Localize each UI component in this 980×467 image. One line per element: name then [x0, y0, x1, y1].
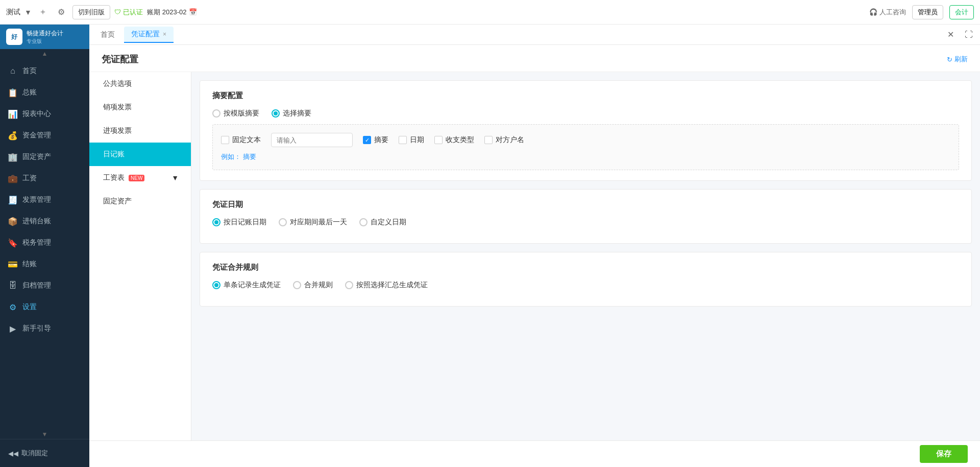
radio-merge-rule[interactable]: 合并规则 — [293, 281, 333, 290]
checkbox-cashflow-box — [434, 136, 443, 144]
checkbox-date[interactable]: 日期 — [399, 135, 424, 145]
radio-single[interactable]: 单条记录生成凭证 — [212, 281, 281, 290]
checkbox-cashflow[interactable]: 收支类型 — [434, 135, 474, 145]
sidebar-item-home[interactable]: ⌂ 首页 — [0, 60, 89, 82]
refresh-button[interactable]: ↻ 刷新 — [947, 55, 968, 64]
left-nav-purchase-invoice[interactable]: 进项发票 — [89, 119, 191, 143]
checkbox-date-label: 日期 — [410, 135, 424, 145]
radio-select-circle — [272, 109, 280, 118]
logo-icon: 好 — [6, 29, 22, 45]
sidebar-item-home-label: 首页 — [22, 66, 37, 76]
refresh-label: 刷新 — [954, 55, 968, 64]
new-badge: NEW — [129, 175, 144, 181]
sidebar-item-assets[interactable]: 🏢 固定资产 — [0, 146, 89, 168]
sidebar-item-tax[interactable]: 🔖 税务管理 — [0, 232, 89, 253]
user-button[interactable]: 管理员 — [912, 5, 943, 19]
radio-summary-gen[interactable]: 按照选择汇总生成凭证 — [345, 281, 428, 290]
dropdown-icon[interactable]: ▼ — [24, 8, 32, 16]
summary-section-title: 摘要配置 — [212, 91, 959, 101]
sidebar-item-funds[interactable]: 💰 资金管理 — [0, 125, 89, 146]
radio-summary-gen-circle — [345, 281, 353, 289]
radio-select-label: 选择摘要 — [283, 109, 311, 118]
checkbox-summary[interactable]: ✓ 摘要 — [363, 135, 388, 145]
sidebar-item-invoice-label: 发票管理 — [22, 195, 51, 204]
sidebar-item-assets-label: 固定资产 — [22, 152, 51, 161]
radio-journal-date[interactable]: 按日记账日期 — [212, 218, 266, 227]
sidebar-item-archive[interactable]: 🗄 归档管理 — [0, 275, 89, 296]
sidebar-item-report[interactable]: 📊 报表中心 — [0, 103, 89, 125]
sidebar-nav: ⌂ 首页 📋 总账 📊 报表中心 💰 资金管理 🏢 固定资产 — [0, 58, 89, 430]
radio-merge-rule-circle — [293, 281, 301, 289]
radio-journal-date-circle — [212, 218, 220, 226]
left-nav-public-label: 公共选项 — [103, 79, 132, 87]
guide-icon: ▶ — [8, 324, 17, 333]
merge-radio-group: 单条记录生成凭证 合并规则 按照选择汇总生成凭证 — [212, 281, 959, 290]
switch-old-version-button[interactable]: 切到旧版 — [72, 5, 110, 19]
sidebar-item-invoice[interactable]: 🧾 发票管理 — [0, 189, 89, 211]
tab-close-icon[interactable]: × — [163, 31, 166, 38]
radio-template[interactable]: 按模版摘要 — [212, 109, 259, 118]
consult-label: 人工咨询 — [879, 8, 906, 17]
left-nav-public[interactable]: 公共选项 — [89, 72, 191, 96]
sidebar-scroll-up[interactable]: ▲ — [0, 49, 89, 58]
home-icon: ⌂ — [8, 66, 17, 76]
checkbox-counterpart-label: 对方户名 — [496, 135, 524, 145]
certified-text: 已认证 — [123, 8, 143, 17]
sidebar-item-ledger[interactable]: 📋 总账 — [0, 82, 89, 103]
tab-expand-button[interactable]: ⛶ — [962, 28, 976, 42]
accountant-button[interactable]: 会计 — [949, 5, 974, 19]
radio-template-circle — [212, 109, 220, 118]
sidebar-item-salary[interactable]: 💼 工资 — [0, 168, 89, 189]
checkbox-fixed-text[interactable]: 固定文本 — [221, 135, 261, 145]
consult-button[interactable]: 🎧 人工咨询 — [869, 8, 906, 17]
left-nav-journal[interactable]: 日记账 — [89, 143, 191, 166]
assets-icon: 🏢 — [8, 152, 17, 161]
radio-template-label: 按模版摘要 — [224, 109, 259, 118]
radio-merge-rule-label: 合并规则 — [304, 281, 333, 290]
tab-voucher-config[interactable]: 凭证配置 × — [124, 27, 174, 43]
settings-nav-icon: ⚙ — [8, 302, 17, 312]
add-button[interactable]: ＋ — [36, 5, 50, 19]
sidebar-item-settings[interactable]: ⚙ 设置 — [0, 296, 89, 318]
logo-main-text: 畅捷通好会计 — [27, 29, 63, 38]
sidebar-item-guide[interactable]: ▶ 新手引导 — [0, 318, 89, 339]
top-header: 测试 ▼ ＋ ⚙ 切到旧版 🛡 已认证 账期 2023-02 📅 🎧 人工咨询 … — [0, 0, 980, 25]
sidebar-item-purchase-label: 进销台账 — [22, 217, 51, 226]
save-button[interactable]: 保存 — [920, 445, 968, 463]
checkbox-counterpart-box — [484, 136, 493, 144]
sidebar-item-settle[interactable]: 💳 结账 — [0, 253, 89, 275]
cancel-fixed-button[interactable]: ◀◀ 取消固定 — [0, 443, 89, 463]
funds-icon: 💰 — [8, 131, 17, 140]
radio-select[interactable]: 选择摘要 — [272, 109, 311, 118]
left-nav-fixed-assets[interactable]: 固定资产 — [89, 190, 191, 213]
left-nav-payroll[interactable]: 工资表 NEW ▼ — [89, 166, 191, 190]
sidebar-item-settings-label: 设置 — [22, 302, 37, 312]
logo-sub-text: 专业版 — [27, 38, 63, 45]
radio-journal-date-label: 按日记账日期 — [224, 218, 266, 227]
tab-voucher-config-label: 凭证配置 — [131, 30, 160, 39]
tab-home[interactable]: 首页 — [93, 27, 122, 43]
ledger-icon: 📋 — [8, 88, 17, 97]
checkbox-date-box — [399, 136, 407, 144]
checkbox-counterpart[interactable]: 对方户名 — [484, 135, 524, 145]
radio-period-last[interactable]: 对应期间最后一天 — [279, 218, 347, 227]
left-nav-sales[interactable]: 销项发票 — [89, 96, 191, 119]
sidebar-item-tax-label: 税务管理 — [22, 238, 51, 247]
fixed-text-input[interactable] — [271, 133, 353, 147]
tab-close-button[interactable]: ✕ — [943, 28, 958, 42]
checkbox-cashflow-label: 收支类型 — [446, 135, 474, 145]
checkbox-fixed-text-box — [221, 136, 229, 144]
left-nav: 公共选项 销项发票 进项发票 日记账 工资表 NEW ▼ — [89, 72, 191, 440]
sidebar-item-purchase[interactable]: 📦 进销台账 — [0, 211, 89, 232]
radio-custom-date[interactable]: 自定义日期 — [359, 218, 406, 227]
sidebar-item-settle-label: 结账 — [22, 260, 37, 269]
settings-icon[interactable]: ⚙ — [54, 5, 68, 19]
settle-icon: 💳 — [8, 260, 17, 269]
left-nav-journal-label: 日记账 — [103, 150, 125, 158]
project-name[interactable]: 测试 — [6, 8, 20, 17]
page-title: 凭证配置 — [102, 53, 138, 65]
sidebar-scroll-down[interactable]: ▼ — [0, 430, 89, 439]
bottom-bar: 保存 — [89, 440, 980, 467]
logo-text: 畅捷通好会计 专业版 — [27, 29, 63, 45]
calendar-icon[interactable]: 📅 — [189, 8, 197, 16]
